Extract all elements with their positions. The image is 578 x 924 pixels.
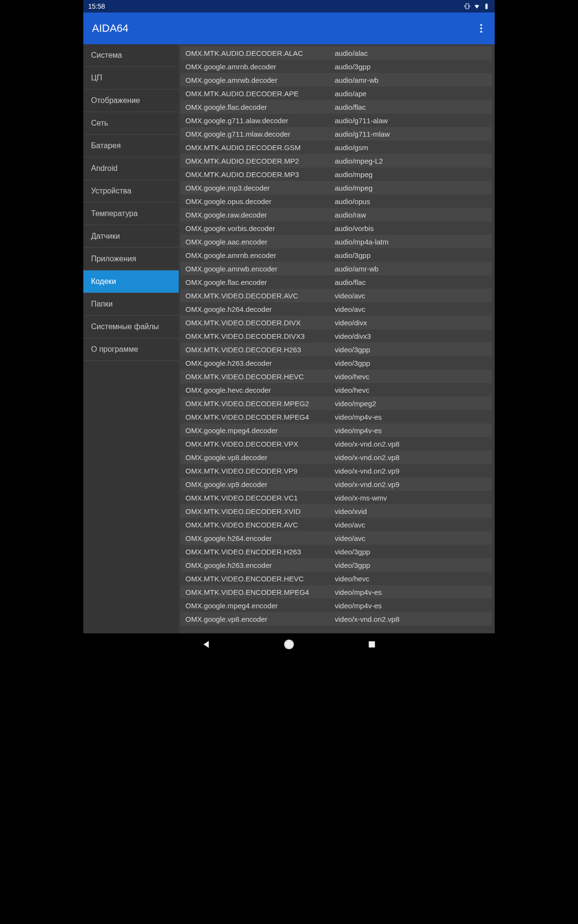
svg-rect-0 — [486, 4, 488, 9]
codec-row[interactable]: OMX.MTK.VIDEO.DECODER.VC1video/x-ms-wmv — [181, 491, 492, 504]
codec-row[interactable]: OMX.google.h264.decodervideo/avc — [181, 302, 492, 316]
codec-row[interactable]: OMX.MTK.VIDEO.DECODER.MPEG2video/mpeg2 — [181, 397, 492, 410]
codec-row[interactable]: OMX.MTK.VIDEO.DECODER.H263video/3gpp — [181, 343, 492, 356]
codec-row[interactable]: OMX.MTK.AUDIO.DECODER.GSMaudio/gsm — [181, 141, 492, 154]
codec-type: video/3gpp — [335, 359, 487, 367]
codec-type: video/x-vnd.on2.vp8 — [335, 615, 487, 623]
codec-row[interactable]: OMX.MTK.VIDEO.DECODER.AVCvideo/avc — [181, 289, 492, 302]
codec-row[interactable]: OMX.google.flac.encoderaudio/flac — [181, 275, 492, 289]
codec-type: video/3gpp — [335, 561, 487, 569]
codec-row[interactable]: OMX.MTK.AUDIO.DECODER.MP3audio/mpeg — [181, 167, 492, 181]
codec-row[interactable]: OMX.MTK.VIDEO.ENCODER.AVCvideo/avc — [181, 518, 492, 531]
sidebar-item-3[interactable]: Сеть — [83, 112, 179, 135]
codec-row[interactable]: OMX.google.flac.decoderaudio/flac — [181, 100, 492, 114]
codec-row[interactable]: OMX.MTK.AUDIO.DECODER.ALACaudio/alac — [181, 46, 492, 60]
codec-row[interactable]: OMX.google.raw.decoderaudio/raw — [181, 208, 492, 221]
codec-row[interactable]: OMX.MTK.VIDEO.DECODER.DIVXvideo/divx — [181, 316, 492, 329]
codec-row[interactable]: OMX.google.mp3.decoderaudio/mpeg — [181, 181, 492, 194]
codec-type: audio/mpeg — [335, 184, 487, 192]
sidebar-item-10[interactable]: Кодеки — [83, 270, 179, 293]
codec-row[interactable]: OMX.MTK.AUDIO.DECODER.MP2audio/mpeg-L2 — [181, 154, 492, 167]
codec-row[interactable]: OMX.google.vp8.decodervideo/x-vnd.on2.vp… — [181, 450, 492, 464]
sidebar-item-6[interactable]: Устройства — [83, 180, 179, 203]
sidebar-item-11[interactable]: Папки — [83, 293, 179, 316]
codec-list[interactable]: OMX.MTK.AUDIO.DECODER.ALACaudio/alacOMX.… — [179, 44, 495, 633]
codec-name: OMX.MTK.AUDIO.DECODER.MP3 — [185, 170, 335, 179]
codec-type: video/hevc — [335, 386, 487, 394]
codec-type: audio/gsm — [335, 143, 487, 152]
nav-home-button[interactable] — [279, 634, 299, 656]
codec-name: OMX.google.raw.decoder — [185, 211, 335, 219]
sidebar-item-1[interactable]: ЦП — [83, 67, 179, 90]
codec-type: video/x-vnd.on2.vp8 — [335, 453, 487, 462]
svg-rect-4 — [369, 642, 375, 648]
codec-name: OMX.MTK.VIDEO.DECODER.VPX — [185, 440, 335, 448]
codec-type: audio/ape — [335, 90, 487, 98]
codec-row[interactable]: OMX.google.amrwb.decoderaudio/amr-wb — [181, 73, 492, 87]
more-menu-button[interactable] — [476, 20, 486, 37]
codec-row[interactable]: OMX.google.amrnb.encoderaudio/3gpp — [181, 248, 492, 262]
wifi-icon — [473, 3, 480, 10]
codec-row[interactable]: OMX.MTK.VIDEO.DECODER.DIVX3video/divx3 — [181, 329, 492, 343]
codec-name: OMX.google.mpeg4.decoder — [185, 426, 335, 435]
navigation-bar — [83, 633, 495, 657]
codec-row[interactable]: OMX.MTK.VIDEO.DECODER.HEVCvideo/hevc — [181, 370, 492, 383]
codec-type: video/mp4v-es — [335, 602, 487, 610]
codec-row[interactable]: OMX.google.amrwb.encoderaudio/amr-wb — [181, 262, 492, 275]
codec-name: OMX.MTK.VIDEO.DECODER.DIVX3 — [185, 332, 335, 340]
codec-row[interactable]: OMX.google.vp9.decodervideo/x-vnd.on2.vp… — [181, 477, 492, 491]
codec-row[interactable]: OMX.MTK.VIDEO.ENCODER.MPEG4video/mp4v-es — [181, 585, 492, 599]
app-bar: AIDA64 — [83, 13, 495, 44]
codec-row[interactable]: OMX.google.g711.alaw.decoderaudio/g711-a… — [181, 114, 492, 127]
codec-name: OMX.MTK.VIDEO.ENCODER.AVC — [185, 521, 335, 529]
nav-back-button[interactable] — [196, 634, 216, 656]
codec-row[interactable]: OMX.MTK.AUDIO.DECODER.APEaudio/ape — [181, 87, 492, 100]
codec-name: OMX.google.flac.decoder — [185, 103, 335, 111]
codec-name: OMX.google.vorbis.decoder — [185, 224, 335, 232]
codec-name: OMX.google.flac.encoder — [185, 278, 335, 286]
body: СистемаЦПОтображениеСетьБатареяAndroidУс… — [83, 44, 495, 633]
codec-row[interactable]: OMX.google.amrnb.decoderaudio/3gpp — [181, 60, 492, 73]
codec-row[interactable]: OMX.google.g711.mlaw.decoderaudio/g711-m… — [181, 127, 492, 141]
codec-row[interactable]: OMX.google.hevc.decodervideo/hevc — [181, 383, 492, 397]
codec-type: video/avc — [335, 305, 487, 313]
codec-row[interactable]: OMX.google.h264.encodervideo/avc — [181, 531, 492, 545]
codec-row[interactable]: OMX.google.mpeg4.encodervideo/mp4v-es — [181, 599, 492, 612]
sidebar: СистемаЦПОтображениеСетьБатареяAndroidУс… — [83, 44, 179, 633]
codec-name: OMX.google.amrnb.decoder — [185, 63, 335, 71]
codec-type: video/mp4v-es — [335, 588, 487, 596]
codec-row[interactable]: OMX.MTK.VIDEO.DECODER.MPEG4video/mp4v-es — [181, 410, 492, 424]
sidebar-item-12[interactable]: Системные файлы — [83, 316, 179, 338]
codec-row[interactable]: OMX.google.aac.encoderaudio/mp4a-latm — [181, 235, 492, 248]
sidebar-item-7[interactable]: Температура — [83, 203, 179, 225]
sidebar-item-9[interactable]: Приложения — [83, 248, 179, 270]
codec-name: OMX.MTK.VIDEO.DECODER.XVID — [185, 507, 335, 515]
codec-row[interactable]: OMX.google.vorbis.decoderaudio/vorbis — [181, 221, 492, 235]
codec-row[interactable]: OMX.google.h263.encodervideo/3gpp — [181, 558, 492, 572]
sidebar-item-8[interactable]: Датчики — [83, 225, 179, 248]
codec-type: video/divx3 — [335, 332, 487, 340]
codec-row[interactable]: OMX.google.mpeg4.decodervideo/mp4v-es — [181, 424, 492, 437]
codec-row[interactable]: OMX.MTK.VIDEO.ENCODER.HEVCvideo/hevc — [181, 572, 492, 585]
battery-icon — [483, 3, 490, 10]
codec-name: OMX.google.amrwb.decoder — [185, 76, 335, 84]
codec-row[interactable]: OMX.MTK.VIDEO.DECODER.VPXvideo/x-vnd.on2… — [181, 437, 492, 450]
sidebar-item-4[interactable]: Батарея — [83, 135, 179, 157]
codec-name: OMX.MTK.VIDEO.ENCODER.MPEG4 — [185, 588, 335, 596]
codec-name: OMX.google.opus.decoder — [185, 197, 335, 205]
codec-row[interactable]: OMX.google.vp8.encodervideo/x-vnd.on2.vp… — [181, 612, 492, 626]
sidebar-item-2[interactable]: Отображение — [83, 90, 179, 112]
codec-row[interactable]: OMX.MTK.VIDEO.ENCODER.H263video/3gpp — [181, 545, 492, 558]
codec-name: OMX.MTK.VIDEO.ENCODER.H263 — [185, 548, 335, 556]
codec-type: video/avc — [335, 534, 487, 542]
codec-name: OMX.google.g711.mlaw.decoder — [185, 130, 335, 138]
sidebar-item-5[interactable]: Android — [83, 157, 179, 180]
sidebar-item-13[interactable]: О программе — [83, 338, 179, 361]
codec-row[interactable]: OMX.google.h263.decodervideo/3gpp — [181, 356, 492, 370]
codec-type: video/x-vnd.on2.vp8 — [335, 440, 487, 448]
sidebar-item-0[interactable]: Система — [83, 44, 179, 67]
codec-row[interactable]: OMX.MTK.VIDEO.DECODER.VP9video/x-vnd.on2… — [181, 464, 492, 477]
codec-row[interactable]: OMX.google.opus.decoderaudio/opus — [181, 194, 492, 208]
codec-row[interactable]: OMX.MTK.VIDEO.DECODER.XVIDvideo/xvid — [181, 504, 492, 518]
nav-recent-button[interactable] — [362, 634, 382, 656]
